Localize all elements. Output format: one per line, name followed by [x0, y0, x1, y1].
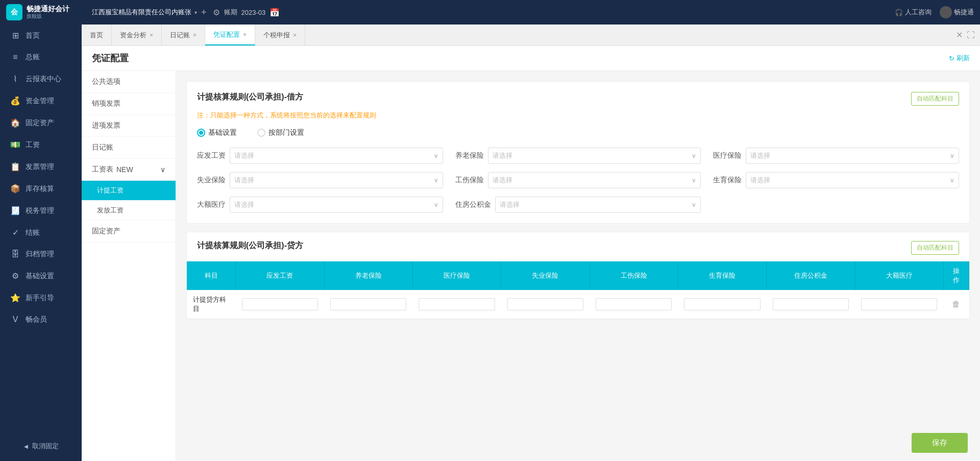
salary-icon: 💵: [10, 140, 20, 150]
left-nav-fixed-assets[interactable]: 固定资产: [82, 221, 176, 242]
tab-finance-analysis[interactable]: 资金分析 ×: [112, 25, 162, 45]
sidebar-item-label: 基础设置: [26, 272, 54, 281]
form-label-pension: 养老保险: [455, 151, 484, 160]
input-housing-fund[interactable]: [773, 298, 849, 310]
add-button[interactable]: +: [201, 7, 207, 18]
finance-icon: 💰: [10, 96, 20, 106]
tab-close-icon[interactable]: ×: [193, 32, 197, 39]
sidebar-item-label: 畅会员: [26, 315, 47, 324]
input-maternity[interactable]: [684, 298, 760, 310]
sidebar-item-label: 云报表中心: [26, 75, 61, 84]
sidebar-item-ledger[interactable]: ≡ 总账: [0, 46, 82, 68]
sidebar-item-home[interactable]: ⊞ 首页: [0, 25, 82, 46]
tab-close-icon[interactable]: ×: [293, 32, 297, 39]
main-layout: ⊞ 首页 ≡ 总账 ⌇ 云报表中心 💰 资金管理 🏠 固定资产 💵 工资 📋 发…: [0, 25, 980, 461]
td-unemployment-input: [501, 290, 590, 319]
invoices-icon: 📋: [10, 162, 20, 172]
window-close-icon[interactable]: ✕: [956, 30, 963, 40]
credit-auto-match-button[interactable]: 自动匹配科目: [911, 241, 959, 255]
th-action: 操作: [943, 261, 969, 290]
input-gross-salary[interactable]: [242, 298, 318, 310]
left-nav-public[interactable]: 公共选项: [82, 71, 176, 93]
left-nav-payroll[interactable]: 计提工资: [82, 181, 176, 201]
left-nav-pay-salary[interactable]: 发放工资: [82, 201, 176, 221]
radio-basic[interactable]: 基础设置: [197, 128, 237, 137]
input-work-injury[interactable]: [596, 298, 672, 310]
sidebar-item-label: 资金管理: [26, 96, 54, 106]
support-button[interactable]: 🎧 人工咨询: [895, 8, 932, 17]
cancel-fixed-label: 取消固定: [32, 442, 59, 451]
form-select-work-injury[interactable]: 请选择 ∨: [488, 172, 701, 188]
tab-voucher-config[interactable]: 凭证配置 ×: [205, 25, 255, 45]
sidebar-item-close[interactable]: ✓ 结账: [0, 222, 82, 244]
input-large-medical[interactable]: [861, 298, 937, 310]
sidebar-item-label: 工资: [26, 140, 40, 150]
th-pension: 养老保险: [324, 261, 412, 290]
cancel-fixed-button[interactable]: ◄ 取消固定: [0, 436, 82, 456]
left-nav-salary-group-header[interactable]: 工资表 NEW ∨: [82, 159, 176, 181]
form-select-pension[interactable]: 请选择 ∨: [488, 148, 701, 164]
left-nav-journal[interactable]: 日记账: [82, 137, 176, 159]
form-select-placeholder: 请选择: [500, 200, 520, 209]
th-gross-salary: 应发工资: [236, 261, 324, 290]
dropdown-arrow-icon: ∨: [692, 152, 696, 159]
input-unemployment[interactable]: [507, 298, 583, 310]
window-maximize-icon[interactable]: ⛶: [967, 31, 975, 40]
sidebar-item-tax[interactable]: 🧾 税务管理: [0, 200, 82, 222]
debit-section: 计提核算规则(公司承担)-借方 自动匹配科目 注：只能选择一种方式，系统将按照您…: [186, 81, 970, 224]
sidebar-item-assets[interactable]: 🏠 固定资产: [0, 112, 82, 134]
calendar-icon[interactable]: 📅: [270, 8, 280, 17]
td-maternity-input: [678, 290, 766, 319]
form-item-maternity: 生育保险 请选择 ∨: [713, 172, 959, 188]
credit-section-header-row: 计提核算规则(公司承担)-贷方 自动匹配科目: [187, 232, 969, 255]
form-select-gross[interactable]: 请选择 ∨: [230, 148, 443, 164]
sidebar-item-invoices[interactable]: 📋 发票管理: [0, 156, 82, 178]
tab-close-icon[interactable]: ×: [150, 32, 153, 39]
dropdown-arrow-icon: ∨: [692, 201, 696, 208]
debit-section-note: 注：只能选择一种方式，系统将按照您当前的选择来配置规则: [197, 111, 959, 120]
sidebar-item-label: 总账: [26, 53, 40, 62]
company-name: 江西服宝精品有限责任公司内账张: [92, 8, 191, 17]
left-nav-label: 工资表: [92, 165, 113, 174]
tab-journal[interactable]: 日记账 ×: [162, 25, 205, 45]
sidebar-item-settings[interactable]: ⚙ 基础设置: [0, 265, 82, 287]
form-item-gross-salary: 应发工资 请选择 ∨: [197, 148, 443, 164]
left-nav-label: 发放工资: [97, 206, 124, 214]
refresh-button[interactable]: ↻ 刷新: [949, 54, 970, 63]
settings-icon[interactable]: ⚙: [213, 8, 220, 17]
input-medical[interactable]: [419, 298, 495, 310]
sidebar: ⊞ 首页 ≡ 总账 ⌇ 云报表中心 💰 资金管理 🏠 固定资产 💵 工资 📋 发…: [0, 25, 82, 461]
debit-auto-match-button[interactable]: 自动匹配科目: [911, 92, 959, 106]
form-select-large-medical[interactable]: 请选择 ∨: [230, 197, 443, 213]
content-area: 首页 资金分析 × 日记账 × 凭证配置 × 个税申报 × ✕ ⛶: [82, 25, 980, 461]
sidebar-item-finance[interactable]: 💰 资金管理: [0, 90, 82, 112]
left-nav-salary-group: 工资表 NEW ∨ 计提工资 发放工资: [82, 159, 176, 221]
form-select-medical[interactable]: 请选择 ∨: [746, 148, 959, 164]
delete-row-icon[interactable]: 🗑: [952, 300, 960, 308]
form-select-unemployment[interactable]: 请选择 ∨: [230, 172, 443, 188]
tab-home[interactable]: 首页: [82, 25, 112, 45]
sidebar-item-vip[interactable]: V 畅会员: [0, 309, 82, 330]
form-select-maternity[interactable]: 请选择 ∨: [746, 172, 959, 188]
td-work-injury-input: [590, 290, 678, 319]
logo-text: 畅捷通好会计: [27, 5, 69, 13]
left-nav-sales-invoice[interactable]: 销项发票: [82, 93, 176, 115]
home-icon: ⊞: [10, 31, 20, 40]
tab-tax-filing[interactable]: 个税申报 ×: [255, 25, 305, 45]
tab-close-icon[interactable]: ×: [243, 31, 247, 38]
sidebar-item-salary[interactable]: 💵 工资: [0, 134, 82, 156]
input-pension[interactable]: [330, 298, 406, 310]
debit-section-title: 计提核算规则(公司承担)-借方: [197, 92, 959, 103]
dropdown-arrow-icon: ∨: [692, 177, 696, 184]
sidebar-item-inventory[interactable]: 📦 库存核算: [0, 178, 82, 200]
form-label-gross: 应发工资: [197, 151, 226, 160]
sidebar-item-archive[interactable]: 🗄 归档管理: [0, 244, 82, 265]
sidebar-item-reports[interactable]: ⌇ 云报表中心: [0, 68, 82, 90]
user-menu[interactable]: 畅捷通: [940, 6, 974, 18]
sidebar-item-guide[interactable]: ⭐ 新手引导: [0, 287, 82, 309]
left-nav-purchase-invoice[interactable]: 进项发票: [82, 115, 176, 137]
company-selector[interactable]: 江西服宝精品有限责任公司内账张 ▾: [92, 8, 197, 17]
save-button[interactable]: 保存: [912, 433, 968, 453]
form-select-housing-fund[interactable]: 请选择 ∨: [495, 197, 701, 213]
radio-department[interactable]: 按部门设置: [257, 128, 304, 137]
